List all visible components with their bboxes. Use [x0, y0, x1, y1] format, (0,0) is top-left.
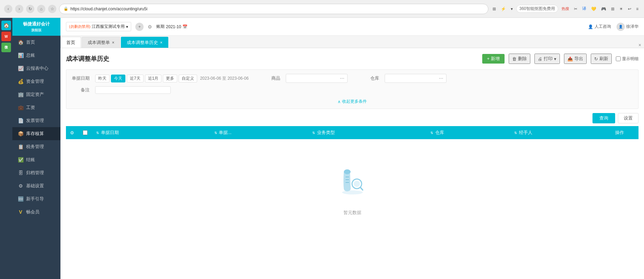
sidebar-item-home[interactable]: 🏠 首页 [12, 36, 60, 49]
th-date-label: 单据日期 [101, 130, 119, 135]
page-title: 成本调整单历史 [66, 55, 109, 63]
lightning-icon[interactable]: ⚡ [499, 6, 507, 12]
ssl-icon: 🔒 [64, 7, 68, 11]
extensions-icon[interactable]: ⊞ [491, 6, 497, 12]
nav-sidebar: 畅捷通好会计 旗舰版 🏠 首页 📊 总账 📈 云报表中心 💰 资金管理 🏢 固定… [12, 18, 60, 279]
new-button[interactable]: + 新增 [482, 54, 505, 64]
th-biz-type[interactable]: ⇅ 业务类型 [308, 126, 426, 139]
sidebar-item-ledger[interactable]: 📊 总账 [12, 49, 60, 62]
tab-cost-adjust[interactable]: 成本调整单 × [82, 37, 120, 48]
url-bar[interactable]: 🔒 https://cloud.chanjet.com/accounting/u… [59, 4, 488, 14]
settings-nav-icon: ⚙ [18, 183, 23, 189]
invoice-nav-icon: 📄 [18, 118, 23, 123]
print-button[interactable]: 🖨 打印 ▾ [534, 54, 560, 64]
sidebar-item-checkout[interactable]: ✅ 结账 [12, 153, 60, 166]
sort-arrows-biz: ⇅ [312, 131, 315, 135]
table-settings-button[interactable]: 设置 [618, 113, 639, 123]
menu-icon[interactable]: ≡ [635, 6, 640, 12]
display-checkbox[interactable] [616, 56, 621, 61]
add-tab-button[interactable]: + [135, 23, 144, 31]
sidebar-item-archive[interactable]: 🗄 归档管理 [12, 166, 60, 179]
sidebar-item-invoice[interactable]: 📄 发票管理 [12, 114, 60, 127]
tab-cost-adjust-history[interactable]: 成本调整单历史 × [121, 37, 168, 48]
delete-button[interactable]: 🗑 删除 [509, 54, 530, 64]
th-checkbox[interactable] [78, 126, 92, 139]
reports-nav-icon: 📈 [18, 66, 23, 71]
remark-input[interactable] [95, 86, 171, 94]
th-operator[interactable]: ⇅ 经手人 [510, 126, 611, 139]
sidebar-item-assets[interactable]: 🏢 固定资产 [12, 88, 60, 101]
goods-dots[interactable]: ··· [340, 75, 344, 81]
table-settings-icon[interactable]: ⚙ [70, 130, 74, 135]
warehouse-dots[interactable]: ··· [439, 75, 443, 81]
th-number[interactable]: ⇅ 单据... [210, 126, 308, 139]
th-warehouse[interactable]: ⇅ 仓库 [426, 126, 510, 139]
close-all-icon[interactable]: × [639, 42, 641, 48]
tab-bar: 首页 成本调整单 × 成本调整单历史 × × [60, 36, 644, 48]
settings-icon[interactable]: ⚙ [148, 24, 152, 30]
translate-icon[interactable]: 译 [581, 5, 588, 12]
user-btn[interactable]: 👤 徐泽华 [617, 23, 639, 31]
bookmark-button[interactable]: ☆ [48, 5, 56, 13]
funds-nav-icon: 💰 [18, 79, 23, 84]
today-btn[interactable]: 今天 [111, 75, 125, 82]
query-button[interactable]: 查询 [592, 113, 615, 123]
th-number-label: 单据... [219, 130, 231, 135]
undo-icon[interactable]: ↩ [626, 6, 633, 12]
gold-icon[interactable]: 💛 [590, 6, 598, 12]
sidebar-icon-home[interactable]: 🏠 [1, 21, 11, 30]
1month-btn[interactable]: 近1月 [145, 75, 162, 82]
yesterday-btn[interactable]: 昨天 [95, 75, 110, 82]
browser-bar: ‹ › ↻ ⌂ ☆ 🔒 https://cloud.chanjet.com/ac… [0, 0, 644, 18]
sidebar-item-member[interactable]: V 畅会员 [12, 205, 60, 219]
back-button[interactable]: ‹ [4, 5, 12, 13]
refresh-button[interactable]: ↻ [26, 5, 34, 13]
help-btn[interactable]: 👤 人工咨询 [588, 24, 611, 30]
calendar-icon[interactable]: 📅 [182, 24, 188, 29]
logo-main-text: 畅捷通好会计 [23, 21, 50, 27]
empty-text: 暂元数据 [343, 210, 361, 216]
sidebar-item-guide[interactable]: 🆕 新手引导 [12, 192, 60, 205]
tab-cost-adjust-close[interactable]: × [112, 40, 114, 45]
company-selector[interactable]: (勿删勿禁用) 江西服宝测试专用 ▾ [66, 22, 131, 31]
more-btn[interactable]: 更多 [163, 75, 177, 82]
grid-icon[interactable]: ⊞ [610, 6, 616, 12]
search-box[interactable]: 360智能抠图免费用 [516, 5, 558, 13]
sidebar-item-settings[interactable]: ⚙ 基础设置 [12, 179, 60, 192]
th-settings[interactable]: ⚙ [66, 126, 78, 139]
tab-home[interactable]: 首页 [60, 37, 81, 48]
game-icon[interactable]: 🎮 [600, 6, 608, 12]
custom-btn[interactable]: 自定义 [179, 75, 197, 82]
sidebar-icon-wechat[interactable]: 微 [1, 43, 11, 52]
sun-icon[interactable]: ☀ [618, 6, 624, 12]
top-bar: (勿删勿禁用) 江西服宝测试专用 ▾ + ⚙ 账期 2021-10 📅 👤 人工… [60, 18, 644, 36]
sidebar-item-reports[interactable]: 📈 云报表中心 [12, 62, 60, 75]
sort-arrows-date: ⇅ [96, 131, 99, 135]
sidebar-item-tax[interactable]: 📋 税务管理 [12, 140, 60, 153]
cut-icon[interactable]: ✂ [573, 6, 579, 12]
collapse-row: ∧ 收起更多条件 [72, 97, 633, 104]
7days-btn[interactable]: 近7天 [127, 75, 144, 82]
export-button[interactable]: 📤 导出 [564, 54, 587, 64]
goods-select[interactable]: ··· [286, 74, 348, 83]
collapse-button[interactable]: ∧ 收起更多条件 [338, 99, 367, 104]
inventory-nav-label: 库存核算 [26, 131, 44, 137]
th-date[interactable]: ⇅ 单据日期 [92, 126, 210, 139]
home-button[interactable]: ⌂ [37, 5, 45, 13]
sidebar-icon-weibo[interactable]: W [1, 32, 11, 41]
sidebar-item-salary[interactable]: 💼 工资 [12, 101, 60, 114]
tab-cost-adjust-history-close[interactable]: × [160, 40, 162, 45]
sidebar-item-inventory[interactable]: 📦 库存核算 [12, 127, 60, 140]
warehouse-select[interactable]: ··· [385, 74, 447, 83]
sidebar-item-funds[interactable]: 💰 资金管理 [12, 75, 60, 88]
refresh-button[interactable]: ↻ 刷新 [591, 54, 612, 64]
display-toggle[interactable]: 显示明细 [616, 56, 639, 62]
period-info: 账期 2021-10 📅 [156, 24, 188, 30]
th-actions-label: 操作 [615, 130, 624, 135]
dropdown-icon[interactable]: ▾ [509, 6, 514, 12]
assets-nav-icon: 🏢 [18, 92, 23, 97]
filter-action-row: 查询 设置 [66, 113, 639, 123]
forward-button[interactable]: › [15, 5, 23, 13]
select-all-checkbox[interactable] [83, 130, 88, 135]
date-filter-label: 单据日期 [72, 75, 90, 81]
